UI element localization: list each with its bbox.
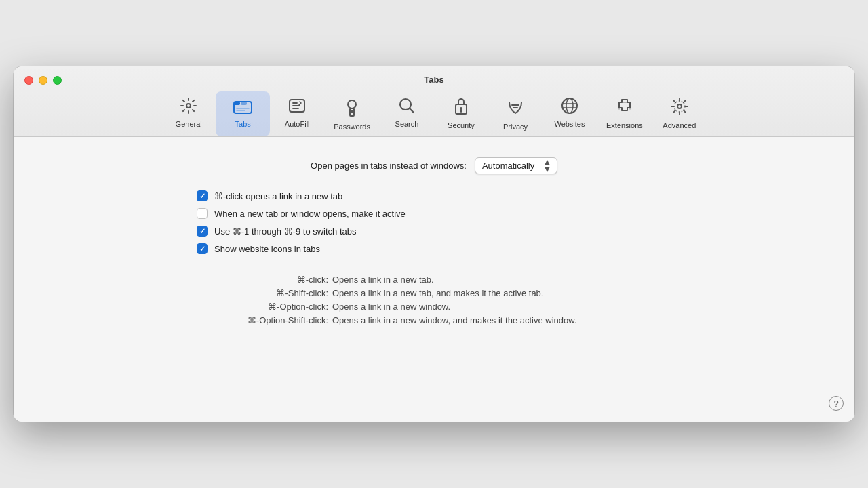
tab-privacy-label: Privacy xyxy=(503,123,528,131)
tab-security[interactable]: Security xyxy=(434,92,488,136)
open-pages-label: Open pages in tabs instead of windows: xyxy=(311,161,467,171)
checkbox-row-cmd-numbers: Use ⌘-1 through ⌘-9 to switch tabs xyxy=(197,226,357,237)
content-wrapper: Open pages in tabs instead of windows: N… xyxy=(14,137,854,422)
shortcut-desc-1: Opens a link in a new tab, and makes it … xyxy=(332,288,543,298)
checkboxes-section: ⌘-click opens a link in a new tab When a… xyxy=(197,190,827,254)
checkbox-new-tab-active-label: When a new tab or window opens, make it … xyxy=(214,209,406,219)
general-icon xyxy=(180,97,197,117)
minimize-button[interactable] xyxy=(39,76,47,85)
tab-general-label: General xyxy=(176,120,202,128)
svg-point-16 xyxy=(677,104,682,108)
shortcut-row-2: ⌘-Option-click: Opens a link in a new wi… xyxy=(197,302,671,312)
tab-tabs[interactable]: Tabs xyxy=(216,92,270,136)
svg-point-13 xyxy=(566,98,573,113)
shortcuts-section: ⌘-click: Opens a link in a new tab. ⌘-Sh… xyxy=(41,274,827,325)
tab-websites-label: Websites xyxy=(554,120,585,128)
svg-rect-3 xyxy=(241,102,247,105)
help-button[interactable]: ? xyxy=(829,396,844,411)
autofill-icon xyxy=(288,97,306,117)
checkbox-cmd-numbers-label: Use ⌘-1 through ⌘-9 to switch tabs xyxy=(214,226,357,237)
tab-advanced[interactable]: Advanced xyxy=(652,92,707,136)
tabs-icon xyxy=(233,97,252,117)
content-area: Open pages in tabs instead of windows: N… xyxy=(14,137,854,422)
tab-privacy[interactable]: Privacy xyxy=(488,92,542,136)
close-button[interactable] xyxy=(24,76,33,85)
tab-search[interactable]: Search xyxy=(380,92,434,136)
tab-advanced-label: Advanced xyxy=(663,121,696,129)
svg-point-0 xyxy=(186,104,191,108)
tab-passwords[interactable]: Passwords xyxy=(324,92,380,136)
passwords-icon xyxy=(344,97,359,120)
privacy-icon xyxy=(507,97,524,120)
svg-point-5 xyxy=(348,100,356,108)
search-icon xyxy=(398,97,416,117)
checkbox-new-tab-active[interactable] xyxy=(197,208,208,219)
security-icon xyxy=(453,97,469,119)
titlebar: Tabs General xyxy=(14,66,854,137)
shortcut-row-3: ⌘-Option-Shift-click: Opens a link in a … xyxy=(197,315,671,325)
checkbox-row-new-tab-active: When a new tab or window opens, make it … xyxy=(197,208,406,219)
tab-general[interactable]: General xyxy=(161,92,216,136)
checkbox-cmd-click-label: ⌘-click opens a link in a new tab xyxy=(214,191,342,201)
tab-extensions-label: Extensions xyxy=(606,121,643,129)
extensions-icon xyxy=(615,97,634,119)
checkbox-row-website-icons: Show website icons in tabs xyxy=(197,243,320,254)
svg-rect-2 xyxy=(234,102,240,105)
window-title: Tabs xyxy=(424,75,443,85)
tab-websites[interactable]: Websites xyxy=(542,92,597,136)
checkbox-website-icons[interactable] xyxy=(197,243,208,254)
tab-autofill[interactable]: AutoFill xyxy=(270,92,324,136)
maximize-button[interactable] xyxy=(53,76,62,85)
svg-point-12 xyxy=(562,98,577,113)
checkbox-cmd-click[interactable] xyxy=(197,190,208,201)
checkbox-website-icons-label: Show website icons in tabs xyxy=(214,244,320,254)
open-pages-select[interactable]: Never Automatically Always xyxy=(475,157,557,174)
checkbox-cmd-numbers[interactable] xyxy=(197,226,208,237)
shortcut-desc-0: Opens a link in a new tab. xyxy=(332,274,434,285)
shortcut-key-0: ⌘-click: xyxy=(197,274,332,285)
toolbar: General Tabs xyxy=(161,92,707,136)
shortcut-desc-3: Opens a link in a new window, and makes … xyxy=(332,315,577,325)
shortcut-desc-2: Opens a link in a new window. xyxy=(332,302,450,312)
dropdown-wrapper: Never Automatically Always ▲ ▼ xyxy=(475,157,557,174)
open-pages-row: Open pages in tabs instead of windows: N… xyxy=(41,157,827,174)
tab-security-label: Security xyxy=(448,121,475,129)
advanced-icon xyxy=(670,97,689,119)
shortcut-key-2: ⌘-Option-click: xyxy=(197,302,332,312)
tab-search-label: Search xyxy=(395,120,419,128)
main-window: Tabs General xyxy=(14,66,854,422)
tab-extensions[interactable]: Extensions xyxy=(597,92,652,136)
tab-passwords-label: Passwords xyxy=(334,123,370,131)
checkbox-row-cmd-click: ⌘-click opens a link in a new tab xyxy=(197,190,342,201)
websites-icon xyxy=(561,97,578,117)
tab-tabs-label: Tabs xyxy=(235,120,251,128)
shortcut-key-3: ⌘-Option-Shift-click: xyxy=(197,315,332,325)
traffic-lights xyxy=(24,76,62,85)
tab-autofill-label: AutoFill xyxy=(285,120,310,128)
shortcut-row-0: ⌘-click: Opens a link in a new tab. xyxy=(197,274,671,285)
shortcut-row-1: ⌘-Shift-click: Opens a link in a new tab… xyxy=(197,288,671,298)
shortcut-key-1: ⌘-Shift-click: xyxy=(197,288,332,298)
